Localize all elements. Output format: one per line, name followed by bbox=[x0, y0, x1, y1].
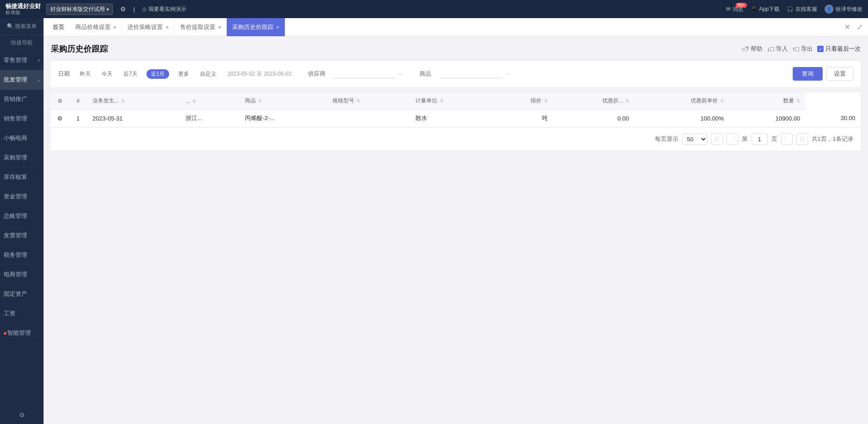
demo-button[interactable]: 我要看实例演示 bbox=[142, 5, 186, 13]
chevron-down-icon: ▾ bbox=[107, 7, 109, 12]
import-button[interactable]: ↓□ 导入 bbox=[767, 45, 787, 53]
online-service-label: 在线客服 bbox=[795, 5, 817, 13]
page-last-button[interactable]: ⟩⟩ bbox=[796, 133, 808, 145]
sidebar-item-retail[interactable]: 零售管理 ▾ bbox=[0, 51, 44, 70]
data-table-card: ⚙ # 业务发生... ⇅ ... ⇅ 商品 ⇅ bbox=[51, 92, 861, 150]
search-icon: 🔍 bbox=[7, 23, 14, 29]
col-header-date[interactable]: 业务发生... ⇅ bbox=[87, 92, 180, 110]
col-header-price[interactable]: 报价 ⇅ bbox=[493, 92, 553, 110]
cell-quoted-price: 0.00 bbox=[553, 110, 634, 127]
message-badge: 99+ bbox=[736, 3, 747, 8]
col-header-before-price[interactable]: 优惠前单价 ⇅ bbox=[634, 92, 729, 110]
edition-selector[interactable]: 好业财标准版交付试用 ▾ bbox=[46, 4, 113, 15]
app-sub-title: 标准版 bbox=[5, 10, 42, 15]
col-header-quantity[interactable]: 数量 ⇅ bbox=[729, 92, 805, 110]
sidebar-search[interactable]: 🔍 搜索菜单 bbox=[0, 18, 44, 35]
tab-bar: 首页 商品价格设置 × 进价策略设置 × 售价提取设置 × 采购历史价跟踪 × bbox=[44, 18, 868, 36]
per-page-select[interactable]: 50 20 100 200 bbox=[682, 134, 707, 145]
sidebar-item-tax[interactable]: 税务管理 bbox=[0, 246, 44, 265]
tab-close-current-icon[interactable]: ✕ bbox=[843, 22, 852, 32]
sidebar-item-inventory[interactable]: 库存核算 bbox=[0, 168, 44, 187]
tab-purchase-history[interactable]: 采购历史价跟踪 × bbox=[227, 18, 285, 36]
demo-label: 我要看实例演示 bbox=[148, 5, 186, 13]
sidebar-quick-nav[interactable]: 快捷导航 bbox=[0, 35, 44, 51]
date-7days-btn[interactable]: 近7天 bbox=[122, 69, 139, 79]
date-1month-btn[interactable]: 近1月 bbox=[146, 69, 170, 79]
tab-sale-extract[interactable]: 售价提取设置 × bbox=[175, 18, 227, 36]
date-yesterday-btn[interactable]: 昨天 bbox=[78, 69, 93, 79]
message-button[interactable]: ✉ 消息 99+ bbox=[726, 5, 743, 13]
supplier-filter-label: 供应商 bbox=[308, 70, 326, 78]
help-icon: ○? bbox=[741, 45, 749, 53]
page-label: 页 bbox=[771, 135, 777, 143]
online-service-button[interactable]: 🎧 在线客服 bbox=[787, 5, 817, 13]
cell-spec bbox=[327, 110, 410, 127]
filter-card: 日期 昨天 今天 近7天 近1月 更多 自定义 2023-05-02 至 202… bbox=[51, 61, 861, 87]
col-header-unit[interactable]: 计量单位 ⇅ bbox=[410, 92, 493, 110]
help-button[interactable]: ○? 帮助 bbox=[741, 45, 762, 53]
sidebar-item-sales[interactable]: 销售管理 bbox=[0, 109, 44, 129]
col-header-more[interactable]: ... ⇅ bbox=[180, 92, 239, 110]
chevron-up-icon: ▴ bbox=[38, 77, 40, 82]
supplier-input[interactable] bbox=[333, 69, 396, 78]
table-row: ⚙ 1 2023-05-31 浙江... 丙烯酸-2-... 散水 吨 0.00… bbox=[51, 110, 861, 127]
total-info: 共1页，1条记录 bbox=[812, 135, 853, 143]
sidebar-item-finance[interactable]: 资金管理 bbox=[0, 187, 44, 207]
only-latest-checkbox[interactable]: ✓ 只看最后一次 bbox=[817, 45, 861, 53]
date-today-btn[interactable]: 今天 bbox=[100, 69, 114, 79]
tab-goods-price[interactable]: 商品价格设置 × bbox=[70, 18, 122, 36]
page-prev-button[interactable]: 〈 bbox=[727, 133, 738, 145]
tab-close-purchase-history[interactable]: × bbox=[276, 24, 279, 30]
tab-close-sale-extract[interactable]: × bbox=[218, 24, 221, 30]
cell-supplier: 浙江... bbox=[180, 110, 239, 127]
goods-input[interactable] bbox=[439, 69, 503, 78]
sidebar-item-general-ledger[interactable]: 总账管理 bbox=[0, 207, 44, 226]
edition-settings-icon[interactable]: ⚙ bbox=[117, 5, 129, 14]
page-next-button[interactable]: 〉 bbox=[781, 133, 793, 145]
goods-more-icon[interactable]: ··· bbox=[505, 70, 510, 77]
tab-close-purchase-strategy[interactable]: × bbox=[166, 24, 168, 30]
sidebar-item-payroll[interactable]: 工资 bbox=[0, 304, 44, 323]
date-custom-btn[interactable]: 自定义 bbox=[198, 69, 218, 79]
col-header-gear[interactable]: ⚙ bbox=[51, 92, 69, 110]
date-filter-label: 日期 bbox=[58, 70, 71, 78]
sidebar-item-fixed-assets[interactable]: 固定资产 bbox=[0, 284, 44, 304]
sidebar-item-ecommerce-small[interactable]: 小畅电商 bbox=[0, 129, 44, 148]
tab-expand-icon[interactable]: ⤢ bbox=[855, 22, 864, 32]
sidebar-item-invoice[interactable]: 发票管理 bbox=[0, 226, 44, 246]
sidebar-settings-icon[interactable]: ⚙ bbox=[0, 406, 44, 424]
cell-num: 1 bbox=[69, 110, 87, 127]
page-first-button[interactable]: ⟨⟨ bbox=[711, 133, 723, 145]
cell-quantity: 30.00 bbox=[805, 110, 861, 127]
tab-home[interactable]: 首页 bbox=[47, 18, 70, 36]
date-more-btn[interactable]: 更多 bbox=[176, 69, 191, 79]
cell-gear[interactable]: ⚙ bbox=[51, 110, 69, 127]
sidebar-item-wholesale[interactable]: 批发管理 ▴ bbox=[0, 70, 44, 90]
supplier-more-icon[interactable]: ··· bbox=[398, 70, 404, 77]
app-download-label: App下载 bbox=[759, 5, 780, 13]
message-icon: ✉ bbox=[726, 6, 731, 12]
app-logo: 畅捷通好业财 标准版 bbox=[5, 3, 42, 16]
app-download-button[interactable]: 📱 App下载 bbox=[751, 5, 780, 13]
page-number-input[interactable] bbox=[751, 133, 768, 145]
filter-settings-button[interactable]: 设置 bbox=[826, 67, 853, 81]
goods-filter-label: 商品 bbox=[419, 70, 432, 78]
sidebar-item-ecommerce[interactable]: 电商管理 bbox=[0, 265, 44, 284]
tab-close-goods-price[interactable]: × bbox=[113, 24, 116, 30]
sidebar-item-smart[interactable]: 智能管理 bbox=[0, 323, 44, 343]
query-button[interactable]: 查询 bbox=[793, 67, 823, 81]
col-header-discount[interactable]: 优惠折... ⇅ bbox=[553, 92, 634, 110]
tab-purchase-strategy[interactable]: 进价策略设置 × bbox=[122, 18, 174, 36]
sidebar-item-purchase[interactable]: 采购管理 bbox=[0, 148, 44, 168]
cell-goods: 丙烯酸-2-... bbox=[239, 110, 327, 127]
col-header-goods[interactable]: 商品 ⇅ bbox=[239, 92, 327, 110]
app-main-title: 畅捷通好业财 bbox=[5, 3, 42, 10]
col-header-spec[interactable]: 规格型号 ⇅ bbox=[327, 92, 410, 110]
sidebar-item-marketing[interactable]: 营销推广 bbox=[0, 90, 44, 109]
user-menu[interactable]: 👤 徐泽华修改 bbox=[824, 5, 863, 14]
cell-price-unit: 吨 bbox=[493, 110, 553, 127]
date-range-display: 2023-05-02 至 2023-06-02 bbox=[227, 70, 291, 78]
chevron-right-icon: ▾ bbox=[38, 58, 40, 63]
user-name: 徐泽华修改 bbox=[835, 5, 863, 13]
export-button[interactable]: ↑□ 导出 bbox=[792, 45, 813, 53]
